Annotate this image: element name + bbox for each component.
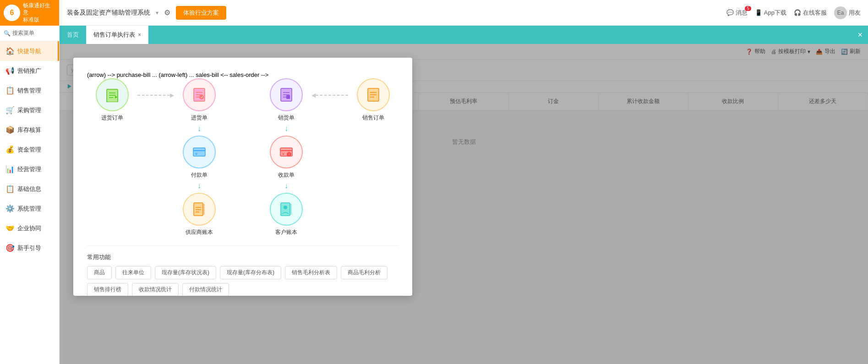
user-action[interactable]: Ea 用友	[834, 6, 861, 19]
sidebar-item-guide[interactable]: 🎯 新手引导	[0, 238, 59, 258]
sales-bill-node[interactable]: 销货单	[261, 78, 311, 122]
sales-bill-circle	[270, 78, 303, 111]
payment-bill-circle: ¥	[183, 136, 216, 168]
svg-rect-0	[107, 89, 118, 102]
func-btn-product-profit[interactable]: 商品毛利分析	[341, 266, 388, 279]
purchase-order-circle	[96, 78, 129, 111]
sidebar-item-inventory[interactable]: 📦 库存核算	[0, 120, 59, 140]
customer-ledger-node[interactable]: 客户账本	[261, 193, 311, 236]
func-btn-product[interactable]: 商品	[87, 266, 112, 279]
flow-modal: (arrow) --> purchase-bill ... (arrow-lef…	[73, 58, 412, 296]
purchase-bill-label: 进货单	[191, 114, 207, 122]
svg-rect-34	[290, 204, 292, 215]
svg-rect-15	[286, 95, 290, 99]
receipt-bill-node[interactable]: ¥ ↑ 收款单	[261, 136, 311, 179]
dropdown-arrow: ▾	[156, 10, 158, 16]
search-icon: 🔍	[4, 30, 11, 37]
content-area: ❓ 帮助 🖨 按模板打印 ▾ 📤 导出 🔄 刷新	[60, 44, 868, 364]
func-btn-sales-ranking[interactable]: 销售排行榜	[87, 283, 128, 296]
func-btn-stock-dist[interactable]: 现存量(库存分布表)	[220, 266, 281, 279]
sales-bill-label: 销货单	[278, 114, 295, 122]
common-functions: 常用功能 商品 往来单位 现存量(库存状况表) 现存量(库存分布表) 销售毛利分…	[87, 245, 399, 296]
purchase-order-label: 进货订单	[101, 114, 123, 122]
func-btn-payment-stats[interactable]: 付款情况统计	[182, 283, 229, 296]
header-actions: 💬 消息 5 📱 App下载 🎧 在线客服 Ea 用友	[726, 6, 861, 19]
svg-text:¥: ¥	[195, 152, 198, 156]
sales-order-label: 销售订单	[362, 114, 384, 122]
svg-rect-28	[194, 203, 203, 216]
supplier-ledger-label: 供应商账本	[186, 228, 213, 236]
sidebar-item-marketing[interactable]: 📢 营销推广	[0, 61, 59, 81]
payment-bill-label: 付款单	[191, 171, 207, 179]
message-action[interactable]: 💬 消息 5	[726, 9, 748, 17]
purchase-bill-node[interactable]: ✓ 进货单	[174, 78, 224, 122]
modal-overlay[interactable]: (arrow) --> purchase-bill ... (arrow-lef…	[60, 44, 868, 364]
sidebar-item-sales[interactable]: 📋 销售管理	[0, 81, 59, 100]
supplier-ledger-circle	[183, 193, 216, 226]
tab-home[interactable]: 首页	[60, 26, 86, 44]
inventory-icon: 📦	[5, 125, 15, 134]
customer-ledger-circle	[270, 193, 303, 226]
home-icon: 🏠	[5, 47, 15, 55]
basic-icon: 📋	[5, 185, 15, 193]
purchase-icon: 🛒	[5, 106, 15, 114]
tab-close-icon[interactable]: ×	[138, 32, 141, 38]
receipt-bill-label: 收款单	[278, 171, 295, 179]
experience-btn[interactable]: 体验行业方案	[176, 6, 226, 20]
sidebar-item-finance[interactable]: 💰 资金管理	[0, 140, 59, 159]
func-btn-stock-status[interactable]: 现存量(库存状况表)	[155, 266, 216, 279]
logo-icon: 6	[4, 5, 20, 21]
search-menu[interactable]: 🔍 搜索菜单	[0, 26, 59, 41]
svg-text:¥: ¥	[282, 152, 285, 156]
collab-icon: 🤝	[5, 224, 15, 233]
tab-sales-order[interactable]: 销售订单执行表 ×	[86, 26, 148, 44]
sidebar-item-collab[interactable]: 🤝 企业协同	[0, 218, 59, 238]
func-btn-supplier[interactable]: 往来单位	[115, 266, 151, 279]
header: 装备及固定资产辅助管理系统 ▾ ⚙ 体验行业方案 💬 消息 5 📱 App下载 …	[60, 0, 868, 26]
logo-text: 畅康通好生意 标准版	[23, 2, 55, 24]
sidebar-item-system[interactable]: ⚙️ 系统管理	[0, 199, 59, 218]
service-icon: 🎧	[794, 9, 801, 16]
common-funcs-title: 常用功能	[87, 253, 399, 261]
sidebar: 6 畅康通好生意 标准版 🔍 搜索菜单 🏠 快捷导航 📢 营销推广 📋 销售管理	[0, 0, 60, 364]
finance-icon: 💰	[5, 145, 15, 154]
sales-order-circle	[357, 78, 390, 111]
sidebar-item-basic[interactable]: 📋 基础信息	[0, 179, 59, 199]
svg-text:↑: ↑	[288, 152, 290, 157]
sidebar-item-quick-nav[interactable]: 🏠 快捷导航	[0, 41, 59, 61]
sidebar-nav: 🏠 快捷导航 📢 营销推广 📋 销售管理 🛒 采购管理 📦 库存核算 💰	[0, 41, 59, 364]
svg-point-35	[284, 206, 287, 209]
supplier-ledger-node[interactable]: 供应商账本	[174, 193, 224, 236]
system-icon: ⚙️	[5, 204, 15, 213]
flow-diagram: (arrow) --> purchase-bill ... (arrow-lef…	[87, 71, 399, 236]
func-btns-row1: 商品 往来单位 现存量(库存状况表) 现存量(库存分布表) 销售毛利分析表 商品…	[87, 266, 399, 279]
svg-text:✓: ✓	[201, 95, 204, 99]
operation-icon: 📊	[5, 165, 15, 174]
marketing-icon: 📢	[5, 66, 15, 75]
avatar: Ea	[834, 6, 847, 19]
main-area: 装备及固定资产辅助管理系统 ▾ ⚙ 体验行业方案 💬 消息 5 📱 App下载 …	[60, 0, 868, 364]
sales-icon: 📋	[5, 86, 15, 95]
online-service-action[interactable]: 🎧 在线客服	[794, 9, 827, 17]
sales-order-node[interactable]: 销售订单	[348, 78, 399, 122]
sidebar-logo: 6 畅康通好生意 标准版	[0, 0, 59, 26]
system-title: 装备及固定资产辅助管理系统	[67, 9, 150, 17]
func-btn-receipt-stats[interactable]: 收款情况统计	[132, 283, 179, 296]
message-icon: 💬	[726, 9, 734, 16]
func-btns-row2: 销售排行榜 收款情况统计 付款情况统计	[87, 283, 399, 296]
guide-icon: 🎯	[5, 244, 15, 252]
purchase-bill-circle: ✓	[183, 78, 216, 111]
close-all-tabs[interactable]: ×	[852, 26, 868, 44]
svg-rect-29	[203, 204, 205, 215]
receipt-bill-circle: ¥ ↑	[270, 136, 303, 168]
settings-icon[interactable]: ⚙	[164, 8, 170, 17]
customer-ledger-label: 客户账本	[275, 228, 297, 236]
purchase-order-node[interactable]: 进货订单	[87, 78, 137, 122]
app-download-action[interactable]: 📱 App下载	[755, 9, 786, 17]
tab-bar: 首页 销售订单执行表 × ×	[60, 26, 868, 44]
phone-icon: 📱	[755, 9, 762, 16]
func-btn-sales-profit[interactable]: 销售毛利分析表	[285, 266, 337, 279]
sidebar-item-purchase[interactable]: 🛒 采购管理	[0, 100, 59, 120]
payment-bill-node[interactable]: ¥ 付款单	[174, 136, 224, 179]
sidebar-item-operation[interactable]: 📊 经营管理	[0, 159, 59, 179]
